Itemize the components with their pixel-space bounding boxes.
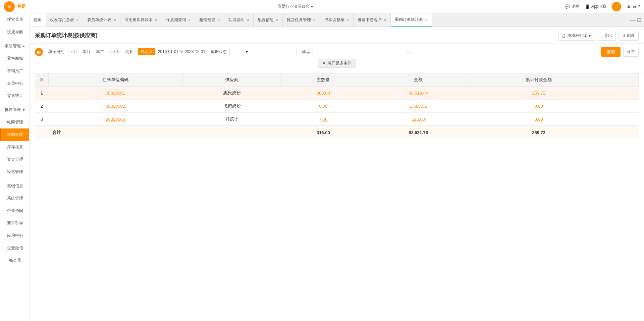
workspace-selector[interactable]: 母婴行业演示账套 ▾ xyxy=(277,4,313,9)
row-3-no: 3 xyxy=(35,113,48,126)
sidebar-item-quick-nav[interactable]: 快捷导航 xyxy=(0,26,29,38)
table-row: 2 00020002 飞鹤奶粉 6.00 1,586.52 0.00 xyxy=(35,100,639,113)
tab-close-collect-send[interactable]: × xyxy=(76,17,79,23)
print-icon: 🖨 xyxy=(562,34,566,38)
row-3-qty[interactable]: 7.00 xyxy=(281,113,365,126)
tab-overstock[interactable]: 超储预警 × xyxy=(195,13,224,26)
row-1-code[interactable]: 00020001 xyxy=(48,87,182,100)
row-1-no: 1 xyxy=(35,87,48,100)
filter-collapse-btn[interactable]: ▶ xyxy=(35,48,43,56)
row-2-qty[interactable]: 6.00 xyxy=(281,100,365,113)
tab-close-order-stat[interactable]: × xyxy=(113,17,116,23)
tab-minimize-btn[interactable]: — xyxy=(630,17,636,23)
sidebar-item-operation[interactable]: 经营管理 xyxy=(0,166,29,178)
tab-close-overstock[interactable]: × xyxy=(217,17,220,23)
sidebar-divider-1 xyxy=(3,39,26,39)
username: demo2 xyxy=(627,4,640,9)
row-1-amount[interactable]: 60,519.44 xyxy=(365,87,472,100)
tab-config[interactable]: 配置信息 × xyxy=(254,13,283,26)
status-select[interactable]: ▾ xyxy=(229,48,297,56)
tab-close-invite-downstream[interactable]: × xyxy=(384,17,386,23)
tab-purchase-stat[interactable]: 采购订单统计表 × xyxy=(391,13,432,26)
top-right-actions: 💬 消息 📱 App下载 d demo2 xyxy=(565,2,640,11)
logo-icon: 畅 xyxy=(4,1,15,12)
page-actions: 🖨 按模板打印 ▾ ↓ 导出 ↺ 刷新 xyxy=(558,31,639,41)
sidebar-item-wechat[interactable]: 企业微信 xyxy=(0,242,29,254)
sidebar-item-search[interactable]: 搜索菜单 xyxy=(0,13,29,26)
data-table: ⚙ 往来单位编码 供应商 主数量 金额 累计付款金额 1 xyxy=(35,73,639,139)
date-shortcut-last-month[interactable]: 上月 xyxy=(67,48,79,55)
row-3-code[interactable]: 00020005 xyxy=(48,113,182,126)
sidebar-item-ecommerce[interactable]: 电商管理 xyxy=(0,116,29,128)
tab-close-task-mgmt[interactable]: × xyxy=(313,17,316,23)
sidebar-item-purchase[interactable]: 采购管理 xyxy=(0,128,29,141)
row-1-qty[interactable]: 303.00 xyxy=(281,87,365,100)
footer-amount: 62,631.76 xyxy=(365,126,472,139)
col-settings: ⚙ xyxy=(35,73,48,87)
col-settings-icon[interactable]: ⚙ xyxy=(39,77,44,83)
sidebar-item-wholesale[interactable]: 批发管理 ▼ xyxy=(0,104,29,116)
sidebar-item-member[interactable]: 会员中心 xyxy=(0,77,29,90)
row-2-no: 2 xyxy=(35,100,48,113)
sidebar-item-basic[interactable]: 基础信息 xyxy=(0,180,29,192)
filter-product-group: 商品 ··· xyxy=(302,48,413,56)
sidebar-item-app-center[interactable]: 应用中心 xyxy=(0,229,29,242)
tab-inventory-book[interactable]: 可用量库存账本 × xyxy=(120,13,162,26)
tab-close-function-desc[interactable]: × xyxy=(247,17,249,23)
tab-close-purchase-stat[interactable]: × xyxy=(425,17,428,22)
message-btn[interactable]: 💬 消息 xyxy=(565,4,580,9)
tab-close-config[interactable]: × xyxy=(276,17,278,23)
product-input[interactable]: ··· xyxy=(313,48,413,56)
date-shortcut-more[interactable]: 更多 xyxy=(123,48,135,55)
tab-maximize-btn[interactable]: ⊡ xyxy=(637,17,641,23)
sidebar-item-retail[interactable]: 零售管理 ▲ xyxy=(0,40,29,52)
sidebar-item-marketing[interactable]: 营销推广 xyxy=(0,65,29,77)
row-2-supplier: 飞鹤奶粉 xyxy=(182,100,281,113)
sidebar-item-system[interactable]: 系统管理 xyxy=(0,192,29,205)
date-custom-tag[interactable]: 自定义 xyxy=(138,48,155,55)
row-2-code[interactable]: 00020002 xyxy=(48,100,182,113)
collapse-icon: ▶ xyxy=(37,49,41,55)
top-bar: 畅 标题 母婴行业演示账套 ▾ 💬 消息 📱 App下载 d demo2 xyxy=(0,0,644,13)
tab-invite-downstream[interactable]: 邀请下游客户 × xyxy=(354,13,391,26)
tab-order-stat[interactable]: 要货单统计表 × xyxy=(83,13,120,26)
col-paid: 累计付款金额 xyxy=(472,73,606,87)
tab-function-desc[interactable]: 功能说明 × xyxy=(224,13,254,26)
tab-home[interactable]: 首页 xyxy=(30,13,46,26)
row-2-paid[interactable]: 0.00 xyxy=(472,100,606,113)
date-shortcut-this-month[interactable]: 本月 xyxy=(80,48,93,55)
sidebar-item-finance[interactable]: 资金管理 xyxy=(0,153,29,166)
sidebar-item-retail-shop[interactable]: 零售商城 xyxy=(0,52,29,65)
filter-status-group: 单据状态 ▾ xyxy=(211,48,297,56)
expand-icon: ▼ xyxy=(322,61,326,66)
tab-cost-adjust[interactable]: 成本调整单 × xyxy=(320,13,354,26)
template-print-btn[interactable]: 🖨 按模板打印 ▾ xyxy=(558,31,594,41)
app-download-btn[interactable]: 📱 App下载 xyxy=(585,4,606,9)
settings-btn[interactable]: 设置 xyxy=(623,47,639,57)
tab-close-expiry[interactable]: × xyxy=(188,17,191,23)
tab-collect-send[interactable]: 收发存汇总表 × xyxy=(46,13,83,26)
date-shortcuts: 上月 本月 本年 近7天 更多 xyxy=(67,48,135,55)
col-qty: 主数量 xyxy=(281,73,365,87)
tab-close-cost-adjust[interactable]: × xyxy=(346,17,349,23)
date-shortcut-this-year[interactable]: 本年 xyxy=(94,48,106,55)
tab-expiry[interactable]: 保质期查询 × xyxy=(162,13,195,26)
export-btn[interactable]: ↓ 导出 xyxy=(597,31,616,41)
sidebar-item-new-guide[interactable]: 新手引导 xyxy=(0,217,29,229)
date-shortcut-7days[interactable]: 近7天 xyxy=(107,48,122,55)
row-3-paid[interactable]: 0.00 xyxy=(472,113,606,126)
row-3-amount[interactable]: 525.80 xyxy=(365,113,472,126)
sidebar-item-vip[interactable]: 畅会员 xyxy=(0,254,29,267)
sidebar-item-enterprise[interactable]: 企业协同 xyxy=(0,205,29,217)
tab-task-mgmt[interactable]: 拣货任务管理 × xyxy=(283,13,320,26)
refresh-btn[interactable]: ↺ 刷新 xyxy=(619,31,639,41)
row-1-paid[interactable]: 259.72 xyxy=(472,87,606,100)
query-btn[interactable]: 查询 xyxy=(601,47,621,57)
tab-close-inventory-book[interactable]: × xyxy=(155,17,157,23)
expand-conditions-btn[interactable]: ▼ 展开更多条件 xyxy=(318,59,356,68)
sidebar-item-inventory[interactable]: 库存核算 xyxy=(0,141,29,153)
row-2-amount[interactable]: 1,586.52 xyxy=(365,100,472,113)
sidebar-divider-3 xyxy=(3,179,26,179)
avatar[interactable]: d xyxy=(612,2,621,11)
sidebar-item-retail-stat[interactable]: 零售统计 xyxy=(0,90,29,102)
